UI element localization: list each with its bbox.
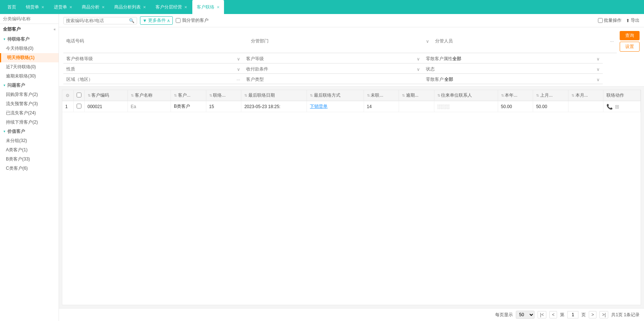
col-contact-person[interactable]: 往来单位联系人: [434, 90, 498, 101]
sidebar-item-ungrouped[interactable]: 未分组(32): [0, 136, 59, 145]
nav-product-list-close[interactable]: ✕: [143, 5, 146, 9]
export-button[interactable]: ⬆ 导出: [626, 17, 640, 24]
sidebar-group-problem-label: 问题客户: [7, 82, 25, 89]
filter-region-ellipsis[interactable]: ···: [237, 77, 240, 82]
sidebar-item-repurchase[interactable]: 回购异常客户(2): [0, 90, 59, 99]
filter-phone-label: 电话号码: [66, 38, 88, 44]
page-label: 第: [560, 312, 564, 318]
filter-retail-attr-label: 零散客户属性: [426, 56, 452, 62]
col-actions: 联络动作: [603, 90, 641, 101]
sidebar-item-c-class[interactable]: C类客户(6): [0, 164, 59, 173]
col-customer-name[interactable]: 客户名称: [127, 90, 171, 101]
col-this-year[interactable]: 本年...: [498, 90, 533, 101]
nav-product-analysis-label: 商品分析: [82, 4, 99, 10]
sidebar-all-customers[interactable]: 全部客户 «: [0, 24, 59, 35]
settings-col-header[interactable]: ⚙: [62, 90, 73, 101]
filter-status-arrow[interactable]: ∨: [596, 67, 600, 72]
batch-op-label: 批量操作: [604, 17, 622, 24]
sidebar-item-tomorrow[interactable]: 明天待联络(1): [0, 53, 59, 62]
query-button[interactable]: 查询: [620, 31, 640, 40]
sidebar-item-b-class[interactable]: B类客户(33): [0, 155, 59, 164]
filter-manager-ellipsis[interactable]: ···: [610, 39, 614, 44]
sidebar-item-churn-warning[interactable]: 流失预警客户(3): [0, 99, 59, 108]
batch-op-check[interactable]: [598, 18, 603, 23]
action-phone-icon[interactable]: 📞: [606, 104, 613, 110]
nav-sales[interactable]: 销货单 ✕: [21, 0, 49, 14]
sidebar-item-a-class[interactable]: A类客户(1): [0, 145, 59, 155]
filter-panel: 电话号码 分管部门 ∨ 分管人员 ··· 查询 设置: [59, 27, 644, 87]
filter-retail-attr-arrow[interactable]: ∨: [596, 56, 600, 62]
col-uncontacted[interactable]: 未联...: [364, 90, 399, 101]
last-contact-link[interactable]: 下销货单: [310, 104, 328, 109]
sidebar-all-customers-label: 全部客户: [3, 26, 21, 32]
batch-op-button[interactable]: 批量操作: [598, 17, 622, 24]
search-input[interactable]: [66, 18, 127, 23]
settings-button[interactable]: 设置: [620, 42, 640, 52]
filter-customer-grade-label: 客户等级: [246, 56, 268, 62]
nav-customer-tier[interactable]: 客户分层经营 ✕: [151, 0, 192, 14]
nav-product-analysis-close[interactable]: ✕: [102, 5, 105, 9]
sidebar-item-7days[interactable]: 近7天待联络(0): [0, 62, 59, 72]
more-filter-button[interactable]: ▼ 更多条件 ∧: [140, 16, 173, 25]
checkbox-col-header[interactable]: [73, 90, 84, 101]
nav-customer-tier-close[interactable]: ✕: [184, 5, 187, 9]
customer-table: ⚙ 客户编码 客户名称 客户... 联络... 最后联络日期 最后联络方式 未联…: [62, 90, 641, 112]
sidebar-search-box[interactable]: 🔍: [0, 14, 59, 24]
sidebar-item-today[interactable]: 今天待联络(0): [0, 44, 59, 53]
page-number-input[interactable]: [567, 311, 578, 318]
filter-retail-label: 零散客户: [426, 76, 444, 83]
nav-home[interactable]: 首页: [3, 0, 21, 14]
action-grid-icon[interactable]: ⊞: [615, 104, 619, 110]
filter-customer-grade-arrow[interactable]: ∨: [417, 56, 420, 62]
prev-page-button[interactable]: <: [549, 311, 557, 318]
filter-retail-arrow[interactable]: ∨: [596, 77, 600, 82]
filter-payment-arrow[interactable]: ∨: [417, 67, 420, 72]
total-records: 共1页 1条记录: [611, 312, 640, 318]
filter-phone-input[interactable]: [88, 39, 245, 44]
nav-purchase-close[interactable]: ✕: [69, 5, 72, 9]
nav-product-analysis[interactable]: 商品分析 ✕: [77, 0, 109, 14]
nav-home-label: 首页: [7, 4, 16, 10]
last-page-button[interactable]: >|: [599, 311, 608, 318]
col-customer-type[interactable]: 客户...: [171, 90, 206, 101]
sidebar-search-input[interactable]: [3, 16, 58, 21]
row-last-contact-method[interactable]: 下销货单: [307, 101, 364, 112]
search-icon[interactable]: 🔍: [129, 18, 134, 23]
next-page-button[interactable]: >: [589, 311, 596, 318]
first-page-button[interactable]: |<: [538, 311, 546, 318]
col-contact-count[interactable]: 联络...: [206, 90, 241, 101]
sidebar-collapse-icon: «: [53, 27, 56, 31]
sidebar-item-declining[interactable]: 持续下滑客户(2): [0, 118, 59, 127]
col-this-month[interactable]: 本月...: [568, 90, 603, 101]
top-nav: 首页 销货单 ✕ 进货单 ✕ 商品分析 ✕ 商品分析列表 ✕ 客户分层经营 ✕ …: [0, 0, 644, 14]
row-name: Ea: [127, 101, 171, 112]
search-box[interactable]: 🔍: [63, 17, 137, 24]
nav-product-list[interactable]: 商品分析列表 ✕: [110, 0, 150, 14]
filter-dept-arrow[interactable]: ∨: [426, 39, 429, 44]
filter-price-grade-arrow[interactable]: ∨: [237, 56, 240, 62]
filter-nature-arrow[interactable]: ∨: [237, 67, 240, 72]
nav-customer-contact-close[interactable]: ✕: [217, 5, 220, 9]
toolbar: 🔍 ▼ 更多条件 ∧ 我分管的客户 批量操作 ⬆ 导出: [59, 14, 644, 27]
col-last-month[interactable]: 上月...: [533, 90, 568, 101]
select-all-checkbox[interactable]: [77, 93, 81, 97]
row-checkbox[interactable]: [73, 101, 84, 112]
per-page-select[interactable]: 50 100: [516, 311, 535, 319]
nav-customer-contact[interactable]: 客户联络 ✕: [192, 0, 224, 14]
col-customer-code[interactable]: 客户编码: [84, 90, 127, 101]
my-customers-label: 我分管的客户: [182, 17, 209, 24]
col-last-contact-date[interactable]: 最后联络日期: [241, 90, 307, 101]
filter-icon: ▼: [143, 18, 147, 23]
sidebar: 🔍 全部客户 « 待联络客户 今天待联络(0) 明天待联络(1) 近7天待联络(…: [0, 14, 59, 321]
nav-purchase[interactable]: 进货单 ✕: [49, 0, 77, 14]
col-last-contact-method[interactable]: 最后联络方式: [307, 90, 364, 101]
nav-sales-close[interactable]: ✕: [41, 5, 44, 9]
my-customers-checkbox[interactable]: 我分管的客户: [176, 17, 209, 24]
my-customers-check[interactable]: [176, 18, 181, 23]
page-suffix: 页: [581, 312, 586, 318]
filter-chevron: ∧: [167, 18, 170, 23]
col-overdue[interactable]: 逾期...: [399, 90, 434, 101]
row-last-contact-date: 2023-05-23 18:25:: [241, 101, 307, 112]
sidebar-item-churned[interactable]: 已流失客户(24): [0, 108, 59, 118]
sidebar-item-overdue[interactable]: 逾期未联络(30): [0, 72, 59, 81]
